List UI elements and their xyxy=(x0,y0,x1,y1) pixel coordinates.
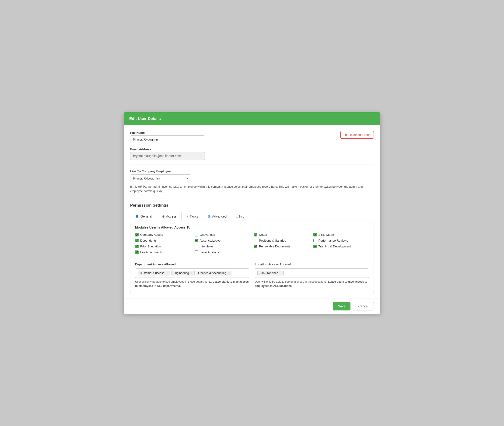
tab-access[interactable]: ⊕ Access xyxy=(157,212,182,221)
dept-tag-input[interactable]: Customer Success ✕ Engineering ✕ Finance… xyxy=(135,269,249,278)
remove-engineering[interactable]: ✕ xyxy=(190,271,193,275)
checkbox-performance-reviews[interactable]: Performance Reviews xyxy=(313,239,369,242)
remove-customer-success[interactable]: ✕ xyxy=(165,271,168,275)
user-circle-icon: 👤 xyxy=(135,214,139,218)
access-divider xyxy=(135,259,369,259)
loc-section: Location Access Allowed San Francisco ✕ … xyxy=(255,263,369,288)
checkbox-dependents[interactable]: Dependents xyxy=(135,239,191,242)
loc-tag-input[interactable]: San Francisco ✕ xyxy=(255,269,369,278)
modal-footer: Save Cancel xyxy=(124,298,380,314)
trash-icon: 🗑 xyxy=(344,133,347,136)
modal-body: Full Name 🗑 Delete this user Email Addre… xyxy=(124,125,380,298)
save-button[interactable]: Save xyxy=(333,302,350,311)
tab-general[interactable]: 👤 General xyxy=(130,212,157,220)
table-icon: ⊞ xyxy=(208,214,211,218)
delete-user-button[interactable]: 🗑 Delete this user xyxy=(340,131,374,139)
cancel-button[interactable]: Cancel xyxy=(353,302,374,311)
tag-customer-success: Customer Success ✕ xyxy=(138,271,170,276)
link-employee-select[interactable]: Krystal O'Loughlin xyxy=(130,174,191,182)
dept-title: Department Access Allowed xyxy=(135,263,249,266)
access-bottom: Department Access Allowed Customer Succe… xyxy=(135,263,369,288)
access-tab-content: Modules User Is Allowed Access To Compan… xyxy=(130,221,374,293)
remove-san-francisco[interactable]: ✕ xyxy=(279,271,282,275)
tab-advanced[interactable]: ⊞ Advanced xyxy=(203,212,231,220)
email-group: Email Address xyxy=(130,148,374,160)
tag-finance-accounting: Finance & Accounting ✕ xyxy=(196,271,232,276)
email-input[interactable] xyxy=(130,152,205,160)
link-label: Link To Company Employee xyxy=(130,170,374,173)
tag-engineering: Engineering ✕ xyxy=(171,271,195,276)
tag-san-francisco: San Francisco ✕ xyxy=(257,271,284,276)
dept-section: Department Access Allowed Customer Succe… xyxy=(135,263,249,288)
top-row: Full Name 🗑 Delete this user xyxy=(130,131,374,143)
checkbox-skills-matrix[interactable]: Skills Matrix xyxy=(313,233,369,236)
dept-help: User will only be able to see employees … xyxy=(135,280,249,288)
link-section: Link To Company Employee Krystal O'Lough… xyxy=(130,170,374,182)
link-help-text: If this HR Partner admin user is ALSO an… xyxy=(130,185,374,193)
modal-header: Edit User Details xyxy=(124,112,380,125)
tab-tasks[interactable]: ≡ Tasks xyxy=(182,212,203,220)
link-select-wrapper: Krystal O'Loughlin xyxy=(130,174,191,182)
loc-title: Location Access Allowed xyxy=(255,263,369,266)
checkbox-training-development[interactable]: Training & Development xyxy=(313,245,369,248)
checkbox-absence-leave[interactable]: Absence/Leave xyxy=(195,239,250,242)
divider-2 xyxy=(130,198,374,199)
checkbox-grievances[interactable]: Grievances xyxy=(195,233,250,236)
full-name-input[interactable] xyxy=(130,135,205,143)
permission-title: Permission Settings xyxy=(130,203,374,208)
key-circle-icon: ⊕ xyxy=(162,214,165,218)
loc-help: User will only be able to see employees … xyxy=(255,280,369,288)
checkbox-notes[interactable]: Notes xyxy=(254,233,310,236)
empty-cell-1 xyxy=(254,250,310,254)
divider-1 xyxy=(130,164,374,165)
list-icon: ≡ xyxy=(186,214,188,218)
checkbox-file-attachments[interactable]: File Attachments xyxy=(135,250,191,254)
info-circle-icon: ℹ xyxy=(236,214,238,218)
checkbox-interviews[interactable]: Interviews xyxy=(195,245,250,248)
tab-info[interactable]: ℹ Info xyxy=(231,212,249,220)
checkbox-company-assets[interactable]: Company Assets xyxy=(135,233,191,236)
permission-tabs: 👤 General ⊕ Access ≡ Tasks ⊞ Advanced ℹ xyxy=(130,212,374,221)
edit-user-modal: Edit User Details Full Name 🗑 Delete thi… xyxy=(124,112,380,314)
checkbox-positions-salaries[interactable]: Positions & Salaries xyxy=(254,239,310,242)
email-label: Email Address xyxy=(130,148,374,151)
empty-cell-2 xyxy=(313,250,369,254)
modules-checkboxes: Company Assets Grievances Notes Skills M… xyxy=(135,233,369,254)
modules-title: Modules User Is Allowed Access To xyxy=(135,226,369,229)
full-name-group: Full Name xyxy=(130,131,205,143)
remove-finance-accounting[interactable]: ✕ xyxy=(227,271,230,275)
modal-title: Edit User Details xyxy=(129,116,375,121)
full-name-label: Full Name xyxy=(130,131,205,135)
permission-section: Permission Settings 👤 General ⊕ Access ≡… xyxy=(130,203,374,293)
checkbox-renewable-documents[interactable]: Renewable Documents xyxy=(254,245,310,248)
checkbox-benefits-plans[interactable]: Benefits/Plans xyxy=(195,250,250,254)
checkbox-prior-education[interactable]: Prior Education xyxy=(135,245,191,248)
